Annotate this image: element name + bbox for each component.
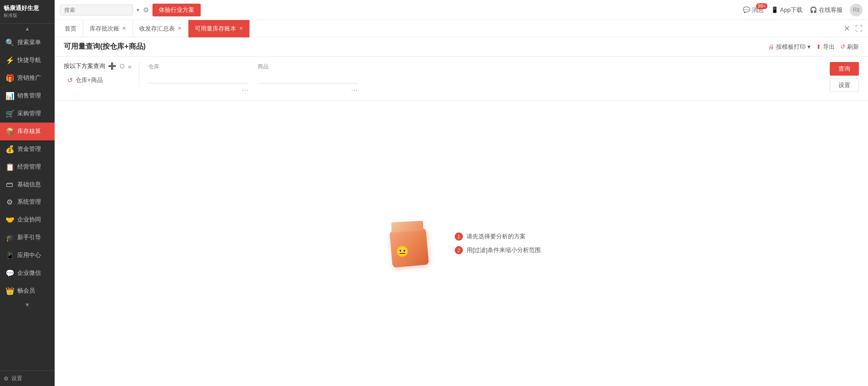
tab-label: 收发存汇总表 — [139, 25, 175, 33]
scheme-settings-icon[interactable]: ⊙ — [119, 62, 125, 70]
expand-tabs-btn[interactable]: ⛶ — [853, 25, 864, 33]
empty-illustration: 😐 — [382, 216, 437, 271]
app-center-icon: 📱 — [5, 251, 14, 260]
sidebar-item-purchase[interactable]: 🛒 采购管理 — [0, 105, 55, 123]
sidebar-item-label: 销售管理 — [17, 92, 41, 100]
sidebar-item-label: 快捷导航 — [17, 56, 41, 64]
sidebar-item-label: 库存核算 — [17, 127, 41, 135]
product-more-icon[interactable]: ··· — [258, 85, 358, 95]
tab-home[interactable]: 首页 — [58, 20, 83, 37]
empty-hint-1: 1 请先选择要分析的方案 — [455, 232, 541, 241]
sidebar-scroll-up[interactable]: ▲ — [0, 24, 55, 34]
avatar: Rit — [850, 4, 863, 16]
sidebar-item-app-center[interactable]: 📱 应用中心 — [0, 247, 55, 264]
gear-icon[interactable]: ⚙ — [143, 6, 149, 14]
scheme-item-warehouse-product[interactable]: ↺ 仓库+商品 — [64, 74, 132, 87]
purchase-icon: 🛒 — [5, 109, 14, 118]
scheme-header-label: 按以下方案查询 — [64, 62, 105, 70]
search-icon: 🔍 — [5, 38, 14, 47]
settings-icon: ⚙ — [4, 376, 9, 382]
sidebar-item-label: 新手引导 — [17, 233, 41, 242]
marketing-icon: 🎁 — [5, 74, 14, 82]
close-all-tabs-btn[interactable]: ✕ — [840, 24, 853, 33]
sidebar-item-enterprise[interactable]: 🤝 企业协同 — [0, 211, 55, 229]
print-label: 按模板打印 — [776, 43, 806, 51]
product-input[interactable] — [258, 72, 358, 83]
sidebar-item-inventory[interactable]: 📦 库存核算 — [0, 123, 55, 140]
inventory-icon: 📦 — [5, 127, 14, 136]
warehouse-more-icon[interactable]: ··· — [148, 85, 249, 95]
message-badge: 99+ — [756, 3, 767, 9]
query-scheme-panel: 按以下方案查询 ➕ ⊙ « ↺ 仓库+商品 — [64, 62, 139, 87]
sidebar-logo: 畅康通好生意 标准版 — [0, 0, 55, 24]
sidebar-item-basic-info[interactable]: 🗃 基础信息 — [0, 176, 55, 193]
sidebar-item-label: 经营管理 — [17, 163, 41, 171]
tab-close-icon[interactable]: ✕ — [122, 26, 126, 31]
hint-text-2: 用[过滤]条件来缩小分析范围 — [467, 246, 541, 254]
tab-label: 库存批次账 — [90, 25, 119, 33]
sidebar-item-operations[interactable]: 📋 经营管理 — [0, 158, 55, 176]
message-btn[interactable]: 💬 消息 99+ — [743, 6, 764, 14]
search-input[interactable] — [60, 5, 133, 15]
refresh-btn[interactable]: ↺ 刷新 — [840, 43, 859, 51]
hint-number-1: 1 — [455, 232, 463, 241]
sidebar-item-label: 企业协同 — [17, 216, 41, 224]
app-download-icon: 📱 — [771, 6, 778, 13]
sidebar-item-finance[interactable]: 💰 资金管理 — [0, 140, 55, 158]
sidebar-item-wechat[interactable]: 💬 企业微信 — [0, 264, 55, 282]
empty-hint-2: 2 用[过滤]条件来缩小分析范围 — [455, 246, 541, 254]
sidebar-item-label: 资金管理 — [17, 145, 41, 153]
operations-icon: 📋 — [5, 163, 14, 171]
warehouse-filter: 仓库 ··· — [148, 63, 249, 95]
product-filter: 商品 ··· — [258, 63, 358, 95]
sidebar-scroll-down[interactable]: ▼ — [0, 300, 55, 310]
sidebar-item-marketing[interactable]: 🎁 营销推广 — [0, 69, 55, 87]
scheme-refresh-icon: ↺ — [67, 77, 73, 84]
sidebar-settings[interactable]: ⚙ 设置 — [0, 371, 55, 386]
app-download-label: App下载 — [780, 6, 802, 14]
member-icon: 👑 — [5, 287, 14, 295]
sidebar-item-shortcut[interactable]: ⚡ 快捷导航 — [0, 51, 55, 69]
warehouse-label: 仓库 — [148, 63, 249, 71]
warehouse-input[interactable] — [148, 72, 249, 83]
hint-text-1: 请先选择要分析的方案 — [467, 232, 526, 241]
tab-batch-account[interactable]: 库存批次账 ✕ — [83, 20, 133, 37]
tab-available-stock[interactable]: 可用量库存账本 ✕ — [188, 20, 250, 37]
sidebar-item-system[interactable]: ⚙ 系统管理 — [0, 193, 55, 211]
sidebar-item-sales[interactable]: 📊 销售管理 — [0, 87, 55, 105]
sidebar-item-search[interactable]: 🔍 搜索菜单 — [0, 34, 55, 51]
empty-hints: 1 请先选择要分析的方案 2 用[过滤]条件来缩小分析范围 — [455, 232, 541, 254]
content-area: 可用量查询(按仓库+商品) 🖨 按模板打印 ▾ ⬆ 导出 ↺ 刷新 — [55, 37, 868, 386]
query-btn[interactable]: 查询 — [830, 62, 859, 76]
print-template-btn[interactable]: 🖨 按模板打印 ▾ — [768, 43, 811, 51]
tab-summary[interactable]: 收发存汇总表 ✕ — [133, 20, 188, 37]
user-profile[interactable]: Rit — [850, 4, 863, 16]
export-icon: ⬆ — [816, 43, 821, 50]
sidebar-item-member[interactable]: 👑 畅会员 — [0, 282, 55, 300]
collapse-icon[interactable]: « — [128, 62, 132, 70]
topbar: ▾ ⚙ 体验行业方案 💬 消息 99+ 📱 App下载 🎧 在线客服 Rit — [55, 0, 868, 20]
tabs-bar: 首页 库存批次账 ✕ 收发存汇总表 ✕ 可用量库存账本 ✕ ✕ ⛶ — [55, 20, 868, 37]
empty-state: 😐 1 请先选择要分析的方案 2 用[过滤]条件来缩小分析范围 — [55, 101, 868, 386]
tab-label: 可用量库存账本 — [195, 25, 236, 33]
refresh-label: 刷新 — [847, 43, 859, 51]
scheme-header: 按以下方案查询 ➕ ⊙ « — [64, 62, 132, 70]
app-subtitle: 标准版 — [4, 12, 51, 19]
tab-close-icon[interactable]: ✕ — [178, 26, 182, 31]
tab-close-icon[interactable]: ✕ — [239, 26, 243, 31]
app-download-btn[interactable]: 📱 App下载 — [771, 6, 802, 14]
message-icon: 💬 — [743, 6, 750, 13]
wechat-icon: 💬 — [5, 269, 14, 278]
chevron-down-icon[interactable]: ▾ — [137, 7, 139, 13]
settings-btn[interactable]: 设置 — [830, 78, 859, 92]
industry-btn[interactable]: 体验行业方案 — [152, 4, 201, 16]
app-title: 畅康通好生意 — [4, 5, 51, 12]
scheme-label: 仓库+商品 — [76, 76, 103, 84]
add-scheme-icon[interactable]: ➕ — [108, 62, 117, 70]
online-service-btn[interactable]: 🎧 在线客服 — [810, 6, 843, 14]
export-btn[interactable]: ⬆ 导出 — [816, 43, 835, 51]
sidebar-item-guide[interactable]: 🎓 新手引导 — [0, 229, 55, 247]
chevron-down-icon[interactable]: ▾ — [807, 43, 811, 50]
shortcut-icon: ⚡ — [5, 56, 14, 65]
sidebar-item-label: 营销推广 — [17, 74, 41, 82]
